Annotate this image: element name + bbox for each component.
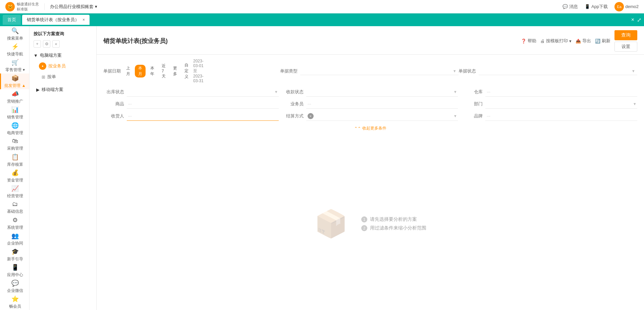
refresh-icon: 🔄 [595, 39, 600, 44]
goods-select[interactable]: ··· [127, 99, 279, 109]
filter-row-4: 收货人 ··· 结算方式 × ▾ [103, 111, 637, 121]
app-download-btn[interactable]: 📱 App下载 [585, 4, 608, 10]
warehouse-select[interactable]: ··· [485, 87, 637, 97]
nav-purchase[interactable]: 🛍 采购管理 [0, 137, 29, 152]
filter-payment: 收款状态 ▾ [283, 87, 458, 97]
system-icon: ⚙ [12, 216, 18, 224]
nav-search-menu[interactable]: 🔍 搜索菜单 [0, 26, 29, 42]
empty-state: 📦 1 请先选择要分析的方案 2 用过滤条件来缩小分析范围 [97, 137, 644, 310]
sidebar-actions: + ⚙ « [30, 39, 96, 49]
settlement-select[interactable]: × ▾ [306, 111, 458, 121]
logo: 🐱 畅捷通好生意 标准版 [5, 2, 39, 11]
user-profile[interactable]: Ea demo2 [614, 2, 639, 11]
window-close-btn[interactable]: × [631, 17, 634, 23]
settlement-label: 结算方式 [283, 113, 306, 119]
filter-area: 单据日期 上月 本月 本年 近7天 更多 自定义 2023-03-01 至 20… [97, 55, 644, 137]
main-layout: 🔍 搜索菜单 ⚡ 快捷导航 🛒 零售管理 ▾ 📦 批发管理 ▲ 📣 营销推广 📊… [0, 26, 644, 310]
date-btn-this-year[interactable]: 本年 [148, 65, 157, 78]
nav-ecommerce[interactable]: 🌐 电商管理 [0, 121, 29, 137]
sidebar-section-desktop-title[interactable]: ▼ 电脑端方案 [30, 50, 96, 60]
collapse-icon: ⌃⌃ [354, 126, 361, 131]
purchase-icon: 🛍 [12, 138, 18, 145]
tab-active[interactable]: 销货单统计表（按业务员） × [22, 15, 90, 25]
date-label: 单据日期 [103, 68, 123, 74]
sidebar-section-mobile: ▶ 移动端方案 [30, 83, 96, 96]
nav-sales[interactable]: 📊 销售管理 [0, 105, 29, 121]
nav-quick-nav[interactable]: ⚡ 快捷导航 [0, 42, 29, 58]
outbound-select[interactable]: ▾ [127, 87, 279, 97]
message-btn[interactable]: 💬 消息 [562, 4, 578, 10]
sidebar-add-btn[interactable]: + [34, 40, 41, 48]
consignee-input[interactable]: ··· [127, 111, 279, 121]
sidebar-item-by-order[interactable]: ⊞ 按单 [30, 72, 96, 82]
date-btn-more[interactable]: 更多 [170, 65, 180, 78]
main-content: 销货单统计表(按业务员) ❓ 帮助 🖨 按模板打印 ▾ 📤 导出 [97, 26, 644, 310]
nav-retail[interactable]: 🛒 零售管理 ▾ [0, 58, 29, 73]
brand-label: 品牌 [462, 113, 485, 119]
appcenter-icon: 📱 [11, 264, 19, 271]
nav-system[interactable]: ⚙ 系统管理 [0, 215, 29, 231]
help-btn[interactable]: ❓ 帮助 [521, 38, 536, 44]
scheme-icon: ⊞ [42, 74, 45, 80]
tab-close-btn[interactable]: × [83, 17, 85, 22]
nav-inventory[interactable]: 📋 库存核算 [0, 152, 29, 168]
sales-icon: 📊 [11, 106, 19, 113]
dept-select[interactable]: ▾ [485, 99, 637, 109]
settlement-clear-btn[interactable]: × [308, 113, 314, 119]
newbie-icon: 🎓 [11, 248, 19, 255]
tab-home[interactable]: 首页 [3, 15, 21, 25]
nav-enterprise[interactable]: 👥 企业协同 [0, 231, 29, 247]
tab-bar-right: × ⤢ [631, 17, 641, 23]
brand-select[interactable]: ··· [485, 111, 637, 121]
payment-chevron: ▾ [454, 89, 457, 94]
filter-salesperson: 业务员 ··· [283, 99, 458, 109]
print-btn[interactable]: 🖨 按模板打印 ▾ [540, 38, 572, 44]
quick-nav-icon: ⚡ [11, 43, 19, 50]
logo-text: 畅捷通好生意 标准版 [17, 2, 39, 11]
ecommerce-icon: 🌐 [11, 122, 19, 129]
nav-operations[interactable]: 📈 经营管理 [0, 184, 29, 200]
date-btn-custom[interactable]: 自定义 [182, 62, 191, 80]
left-nav: 🔍 搜索菜单 ⚡ 快捷导航 🛒 零售管理 ▾ 📦 批发管理 ▲ 📣 营销推广 📊… [0, 26, 30, 310]
date-btn-this-month[interactable]: 本月 [135, 65, 146, 78]
nav-appcenter[interactable]: 📱 应用中心 [0, 263, 29, 278]
message-icon: 💬 [562, 4, 568, 9]
nav-marketing[interactable]: 📣 营销推广 [0, 89, 29, 105]
nav-finance[interactable]: 💰 资金管理 [0, 168, 29, 184]
export-icon: 📤 [576, 39, 581, 44]
payment-select[interactable]: ▾ [306, 87, 458, 97]
sidebar-settings-btn[interactable]: ⚙ [43, 40, 50, 48]
settings-btn[interactable]: 设置 [614, 42, 637, 52]
order-status-label: 单据状态 [459, 68, 479, 74]
filter-warehouse: 仓库 ··· [462, 87, 637, 97]
sidebar-section-mobile-title[interactable]: ▶ 移动端方案 [30, 85, 96, 95]
nav-member[interactable]: ⭐ 畅会员 [0, 294, 29, 310]
filter-row-2: 出库状态 ▾ 收款状态 ▾ 仓库 [103, 87, 637, 97]
nav-newbie[interactable]: 🎓 新手引导 [0, 247, 29, 263]
date-range-display: 2023-03-01 至 2023-03-31 [193, 59, 204, 83]
nav-wholesale[interactable]: 📦 批发管理 ▲ [0, 73, 29, 89]
date-btn-last-month[interactable]: 上月 [123, 65, 133, 78]
operations-icon: 📈 [11, 185, 19, 192]
company-select[interactable]: 办公用品行业模拟账套 ▾ [50, 4, 97, 10]
salesperson-select[interactable]: ··· [306, 99, 458, 109]
sidebar-item-by-salesperson[interactable]: ● 按业务员 [30, 60, 96, 72]
refresh-btn[interactable]: 🔄 刷新 [595, 38, 610, 44]
window-maximize-btn[interactable]: ⤢ [637, 17, 641, 23]
wholesale-icon: 📦 [11, 74, 19, 82]
export-btn[interactable]: 📤 导出 [576, 38, 591, 44]
collapse-more-btn[interactable]: ⌃⌃ 收起更多条件 [103, 123, 637, 133]
query-btn[interactable]: 查询 [614, 30, 637, 40]
filter-brand: 品牌 ··· [462, 111, 637, 121]
nav-basic[interactable]: 🗂 基础信息 [0, 200, 29, 215]
order-status-select[interactable]: ▾ [479, 67, 637, 75]
order-type-select[interactable]: ▾ [300, 67, 459, 75]
content-area: 按以下方案查询 + ⚙ « ▼ 电脑端方案 ● 按业务员 [30, 26, 644, 310]
nav-wechat[interactable]: 💬 企业微信 [0, 278, 29, 294]
payment-label: 收款状态 [283, 89, 306, 95]
search-menu-icon: 🔍 [11, 27, 19, 35]
logo-icon: 🐱 [5, 2, 15, 11]
date-btn-last7[interactable]: 近7天 [159, 62, 168, 80]
sidebar-collapse-btn[interactable]: « [52, 40, 60, 48]
settlement-chevron: ▾ [454, 113, 457, 118]
